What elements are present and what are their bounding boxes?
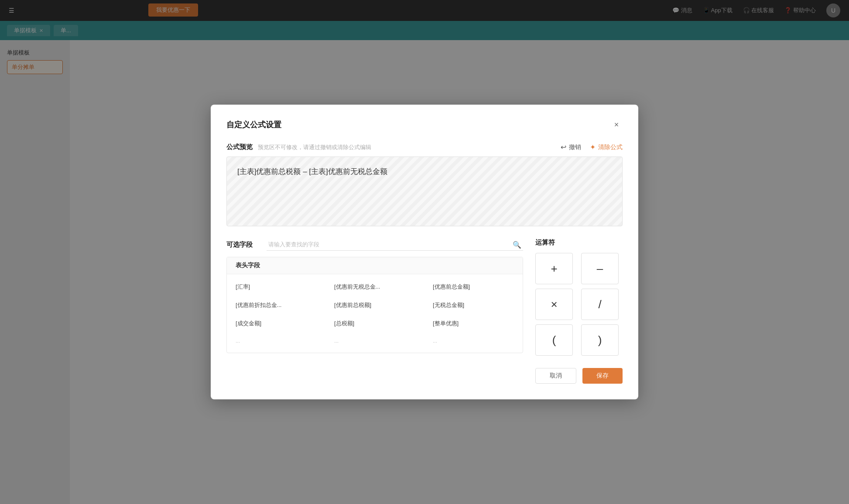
formula-preview-hint: 预览区不可修改，请通过撤销或清除公式编辑 bbox=[258, 143, 371, 151]
field-item[interactable]: [成交金额] bbox=[227, 314, 325, 333]
formula-actions: ↩ 撤销 ✦ 清除公式 bbox=[561, 143, 623, 151]
field-item[interactable]: [汇率] bbox=[227, 278, 325, 296]
undo-label: 撤销 bbox=[569, 143, 581, 151]
formula-preview-label: 公式预览 bbox=[226, 143, 253, 151]
undo-button[interactable]: ↩ 撤销 bbox=[561, 143, 581, 151]
op-minus-button[interactable]: – bbox=[581, 253, 619, 284]
search-icon: 🔍 bbox=[513, 241, 521, 249]
field-item[interactable]: ... bbox=[227, 333, 325, 349]
op-multiply-button[interactable]: × bbox=[535, 289, 573, 320]
formula-preview-header: 公式预览 预览区不可修改，请通过撤销或清除公式编辑 ↩ 撤销 ✦ 清除公式 bbox=[226, 143, 623, 151]
modal-footer: 取消 保存 bbox=[226, 368, 623, 384]
fields-search: 🔍 bbox=[267, 238, 523, 251]
op-plus-button[interactable]: + bbox=[535, 253, 573, 284]
formula-content: [主表]优惠前总税额 – [主表]优惠前无税总金额 bbox=[237, 167, 387, 176]
op-open-paren-button[interactable]: ( bbox=[535, 324, 573, 356]
modal-close-button[interactable]: × bbox=[610, 119, 623, 131]
operators-panel: 运算符 + – × / ( ) bbox=[535, 238, 623, 356]
field-item[interactable]: [总税额] bbox=[325, 314, 424, 333]
field-item[interactable]: [优惠前总税额] bbox=[325, 296, 424, 314]
op-close-paren-button[interactable]: ) bbox=[581, 324, 619, 356]
fields-table: 表头字段 [汇率] [优惠前无税总金... [优惠前总金额] [优惠前折扣总金.… bbox=[226, 257, 523, 353]
formula-modal: 自定义公式设置 × 公式预览 预览区不可修改，请通过撤销或清除公式编辑 ↩ 撤销… bbox=[211, 105, 638, 399]
fields-search-input[interactable] bbox=[267, 238, 523, 251]
fields-grid: [汇率] [优惠前无税总金... [优惠前总金额] [优惠前折扣总金... [优… bbox=[227, 274, 523, 353]
field-item[interactable]: [无税总金额] bbox=[424, 296, 523, 314]
field-item[interactable]: [优惠前无税总金... bbox=[325, 278, 424, 296]
clear-icon: ✦ bbox=[590, 143, 596, 151]
field-item[interactable]: [优惠前总金额] bbox=[424, 278, 523, 296]
formula-preview-box: [主表]优惠前总税额 – [主表]优惠前无税总金额 bbox=[226, 157, 623, 226]
clear-label: 清除公式 bbox=[598, 143, 623, 151]
save-button[interactable]: 保存 bbox=[582, 368, 623, 384]
field-item[interactable]: [优惠前折扣总金... bbox=[227, 296, 325, 314]
field-item[interactable]: [整单优惠] bbox=[424, 314, 523, 333]
modal-title: 自定义公式设置 bbox=[226, 119, 281, 130]
undo-icon: ↩ bbox=[561, 143, 566, 151]
cancel-button[interactable]: 取消 bbox=[535, 368, 576, 384]
modal-header: 自定义公式设置 × bbox=[226, 119, 623, 131]
fields-header: 可选字段 🔍 bbox=[226, 238, 523, 251]
operators-title: 运算符 bbox=[535, 238, 623, 247]
fields-panel: 可选字段 🔍 表头字段 [汇率] [优惠前无税总金... [优惠前总金额] [优… bbox=[226, 238, 523, 356]
clear-formula-button[interactable]: ✦ 清除公式 bbox=[590, 143, 623, 151]
bottom-section: 可选字段 🔍 表头字段 [汇率] [优惠前无税总金... [优惠前总金额] [优… bbox=[226, 238, 623, 356]
fields-table-header: 表头字段 bbox=[227, 257, 523, 274]
operators-grid: + – × / ( ) bbox=[535, 253, 623, 356]
fields-section-label: 可选字段 bbox=[226, 241, 253, 249]
field-item[interactable]: ... bbox=[325, 333, 424, 349]
op-divide-button[interactable]: / bbox=[581, 289, 619, 320]
field-item[interactable]: ... bbox=[424, 333, 523, 349]
